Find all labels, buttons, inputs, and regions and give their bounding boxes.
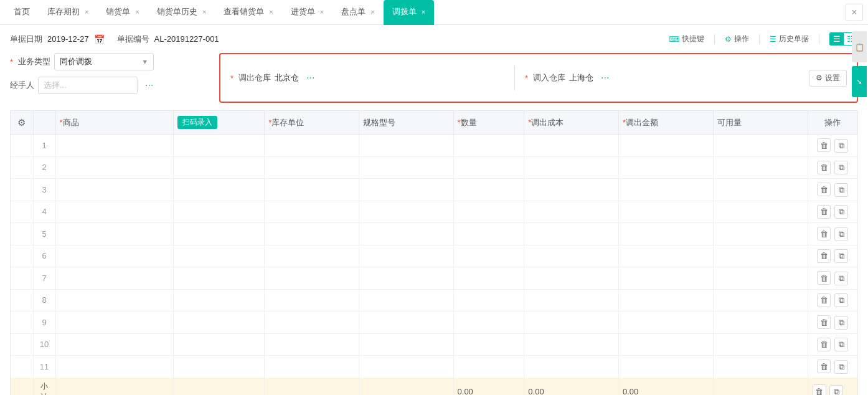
business-type-select[interactable]: 同价调拨 ▼ [54, 53, 154, 70]
row-8-product-cell[interactable] [55, 289, 174, 312]
row-4-unit-cell[interactable] [265, 201, 359, 223]
row-3-delete-button[interactable]: 🗑 [817, 183, 831, 196]
subtotal-delete-icon[interactable]: 🗑 [813, 384, 826, 395]
row-6-amount-cell[interactable] [619, 245, 714, 267]
row-1-amount-cell[interactable] [619, 135, 714, 157]
row-8-copy-button[interactable]: ⧉ [834, 293, 848, 307]
warehouse-in-more-icon[interactable]: ··· [597, 72, 613, 83]
row-7-qty-cell[interactable] [453, 267, 524, 290]
row-8-qty-cell[interactable] [453, 289, 524, 312]
row-7-spec-cell[interactable] [359, 267, 453, 290]
settings-button[interactable]: ⚙ 设置 [809, 70, 847, 87]
row-3-unit-cell[interactable] [265, 179, 359, 201]
row-1-cost-cell[interactable] [524, 135, 619, 157]
row-9-product-cell[interactable] [55, 312, 174, 334]
row-3-copy-button[interactable]: ⧉ [834, 183, 848, 197]
tab-home[interactable]: 首页 [5, 0, 39, 25]
row-10-unit-cell[interactable] [265, 333, 359, 356]
row-9-qty-cell[interactable] [453, 312, 524, 334]
row-11-qty-cell[interactable] [453, 356, 524, 378]
row-6-spec-cell[interactable] [359, 245, 453, 267]
row-11-copy-button[interactable]: ⧉ [834, 360, 848, 374]
warehouse-out-more-icon[interactable]: ··· [303, 72, 318, 83]
row-11-cost-cell[interactable] [524, 356, 619, 378]
row-2-cost-cell[interactable] [524, 156, 619, 179]
notes-panel-button[interactable]: 📋 [852, 31, 867, 62]
row-10-spec-cell[interactable] [359, 333, 453, 356]
row-1-delete-button[interactable]: 🗑 [817, 138, 831, 152]
row-9-delete-button[interactable]: 🗑 [817, 315, 831, 329]
row-5-product-cell[interactable] [55, 223, 174, 245]
row-5-delete-button[interactable]: 🗑 [817, 227, 831, 240]
tab-sales-order-close[interactable]: × [135, 8, 139, 16]
row-11-product-cell[interactable] [55, 356, 174, 378]
row-3-qty-cell[interactable] [453, 179, 524, 201]
row-1-unit-cell[interactable] [265, 135, 359, 157]
row-5-unit-cell[interactable] [265, 223, 359, 245]
tab-purchase-order-close[interactable]: × [320, 8, 324, 16]
row-8-spec-cell[interactable] [359, 289, 453, 312]
row-8-cost-cell[interactable] [524, 289, 619, 312]
row-11-delete-button[interactable]: 🗑 [817, 359, 831, 373]
row-1-product-cell[interactable] [55, 135, 174, 157]
tab-inventory-init[interactable]: 库存期初 × [39, 0, 97, 25]
row-3-product-cell[interactable] [55, 179, 174, 201]
row-6-qty-cell[interactable] [453, 245, 524, 267]
row-10-delete-button[interactable]: 🗑 [817, 338, 831, 351]
shortcuts-button[interactable]: ⌨ 快捷键 [669, 34, 704, 44]
row-8-unit-cell[interactable] [265, 289, 359, 312]
row-1-copy-button[interactable]: ⧉ [834, 139, 848, 153]
row-4-product-cell[interactable] [55, 201, 174, 223]
tab-view-sales[interactable]: 查看销货单 × [215, 0, 281, 25]
tab-purchase-order[interactable]: 进货单 × [282, 0, 333, 25]
row-8-amount-cell[interactable] [619, 289, 714, 312]
row-9-amount-cell[interactable] [619, 312, 714, 334]
col-scan-header[interactable]: 扫码录入 [174, 111, 265, 135]
person-more-icon[interactable]: ··· [141, 80, 157, 91]
row-8-delete-button[interactable]: 🗑 [817, 293, 831, 307]
row-4-delete-button[interactable]: 🗑 [817, 205, 831, 219]
row-10-product-cell[interactable] [55, 333, 174, 356]
row-2-product-cell[interactable] [55, 156, 174, 179]
row-9-cost-cell[interactable] [524, 312, 619, 334]
row-11-spec-cell[interactable] [359, 356, 453, 378]
row-2-qty-cell[interactable] [453, 156, 524, 179]
row-7-unit-cell[interactable] [265, 267, 359, 290]
row-10-amount-cell[interactable] [619, 333, 714, 356]
tab-sales-history[interactable]: 销货单历史 × [148, 0, 215, 25]
calendar-icon[interactable]: 📅 [94, 34, 105, 44]
operations-button[interactable]: ⚙ 操作 [725, 34, 749, 44]
row-5-amount-cell[interactable] [619, 223, 714, 245]
history-button[interactable]: ☰ 历史单据 [770, 34, 809, 44]
row-5-qty-cell[interactable] [453, 223, 524, 245]
row-7-cost-cell[interactable] [524, 267, 619, 290]
row-2-spec-cell[interactable] [359, 156, 453, 179]
row-4-amount-cell[interactable] [619, 201, 714, 223]
col-gear-header[interactable]: ⚙ [11, 111, 33, 135]
row-9-spec-cell[interactable] [359, 312, 453, 334]
row-3-spec-cell[interactable] [359, 179, 453, 201]
row-2-amount-cell[interactable] [619, 156, 714, 179]
row-10-qty-cell[interactable] [453, 333, 524, 356]
tab-stocktake-close[interactable]: × [370, 8, 374, 16]
person-select[interactable]: 选择... [38, 77, 138, 94]
row-1-qty-cell[interactable] [453, 135, 524, 157]
subtotal-copy-icon[interactable]: ⧉ [829, 385, 843, 395]
row-7-copy-button[interactable]: ⧉ [834, 272, 848, 285]
row-2-unit-cell[interactable] [265, 156, 359, 179]
row-10-copy-button[interactable]: ⧉ [834, 338, 848, 351]
row-5-spec-cell[interactable] [359, 223, 453, 245]
row-10-cost-cell[interactable] [524, 333, 619, 356]
list-view-icon[interactable]: ☰ [830, 33, 844, 45]
export-panel-button[interactable]: ↗ [852, 66, 867, 97]
row-1-spec-cell[interactable] [359, 135, 453, 157]
tab-view-sales-close[interactable]: × [269, 8, 273, 16]
row-6-unit-cell[interactable] [265, 245, 359, 267]
row-4-cost-cell[interactable] [524, 201, 619, 223]
row-4-qty-cell[interactable] [453, 201, 524, 223]
row-4-copy-button[interactable]: ⧉ [834, 205, 848, 219]
row-7-amount-cell[interactable] [619, 267, 714, 290]
row-5-copy-button[interactable]: ⧉ [834, 227, 848, 241]
row-3-cost-cell[interactable] [524, 179, 619, 201]
row-2-delete-button[interactable]: 🗑 [817, 161, 831, 174]
